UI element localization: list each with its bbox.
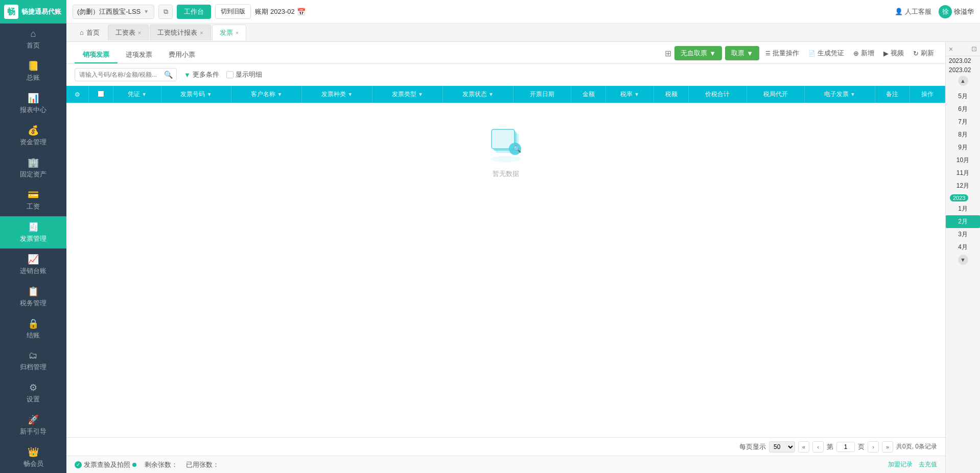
month-2022-5[interactable]: 5月 <box>946 90 980 103</box>
scroll-up-btn[interactable]: ▲ <box>958 76 968 86</box>
sidebar-item-guide[interactable]: 🚀 新手引导 <box>0 409 66 441</box>
month-2022-11[interactable]: 11月 <box>946 167 980 179</box>
month-2023-4[interactable]: 4月 <box>946 241 980 254</box>
sidebar-item-member[interactable]: 👑 畅会员 <box>0 441 66 473</box>
sidebar-item-close[interactable]: 🔒 结账 <box>0 313 66 345</box>
sidebar-item-tax[interactable]: 📋 税务管理 <box>0 281 66 313</box>
col-invoice-status[interactable]: 发票状态 ▼ <box>442 86 513 103</box>
col-remark[interactable]: 备注 <box>875 86 910 103</box>
gen-voucher-button[interactable]: 📄 生成凭证 <box>805 47 847 60</box>
tab-home[interactable]: ⌂ 首页 <box>73 25 107 40</box>
copy-company-btn[interactable]: ⧉ <box>158 5 173 19</box>
salary-report-tab-close[interactable]: × <box>200 30 203 36</box>
col-total[interactable]: 价税合计 <box>689 86 746 103</box>
salary-tab-close[interactable]: × <box>138 30 141 36</box>
month-2022-8[interactable]: 8月 <box>946 128 980 141</box>
sidebar-item-archive[interactable]: 🗂 归档管理 <box>0 345 66 377</box>
month-2023-2[interactable]: 2月 <box>946 215 980 228</box>
period-2023-02-first[interactable]: 2023.02 <box>946 56 980 65</box>
old-version-button[interactable]: 切到旧版 <box>215 4 251 19</box>
col-tax-rate[interactable]: 税率 ▼ <box>606 86 654 103</box>
invoice-tab-close[interactable]: × <box>236 30 239 36</box>
month-2022-7[interactable]: 7月 <box>946 116 980 128</box>
avatar: 徐 <box>939 5 952 18</box>
col-invoice-category[interactable]: 发票类型 ▼ <box>372 86 443 103</box>
last-page-btn[interactable]: » <box>882 441 893 453</box>
sidebar-item-label: 设置 <box>27 395 40 404</box>
col-customer[interactable]: 客户名称 ▼ <box>231 86 302 103</box>
month-2022-10[interactable]: 10月 <box>946 154 980 167</box>
topbar-right: 👤 人工客服 徐 徐溢华 <box>895 5 974 18</box>
grid-view-icon[interactable]: ⊞ <box>665 49 671 58</box>
col-check[interactable] <box>89 86 113 103</box>
join-record-link[interactable]: 加盟记录 <box>888 460 913 469</box>
select-all-checkbox[interactable] <box>98 91 104 97</box>
col-invoice-no[interactable]: 发票号码 ▼ <box>161 86 231 103</box>
company-selector[interactable]: (勿删）江西股宝-LSS ▼ <box>73 5 154 19</box>
search-input[interactable] <box>75 68 177 81</box>
col-invoice-type[interactable]: 发票种类 ▼ <box>302 86 372 103</box>
sidebar-item-sales[interactable]: 📈 进销台账 <box>0 249 66 281</box>
page-input[interactable] <box>836 442 855 452</box>
sub-tab-purchase[interactable]: 进项发票 <box>118 47 160 63</box>
show-detail-checkbox[interactable]: 显示明细 <box>226 70 262 79</box>
scroll-down-btn[interactable]: ▼ <box>958 255 968 265</box>
sidebar-item-reports[interactable]: 📊 报表中心 <box>0 87 66 120</box>
no-ticket-button[interactable]: 无血取票 ▼ <box>674 46 722 60</box>
user-info[interactable]: 徐 徐溢华 <box>939 5 974 18</box>
recharge-link[interactable]: 去充值 <box>919 460 937 469</box>
workbench-button[interactable]: 工作台 <box>177 5 211 19</box>
sidebar-item-funds[interactable]: 💰 资金管理 <box>0 120 66 152</box>
batch-ops-button[interactable]: ☰ 批量操作 <box>762 47 802 60</box>
prev-page-btn[interactable]: ‹ <box>812 441 824 453</box>
sidebar-item-home[interactable]: ⌂ 首页 <box>0 24 66 55</box>
tab-invoice[interactable]: 发票 × <box>212 25 246 40</box>
col-amount[interactable]: 金额 <box>571 86 606 103</box>
sidebar-item-salary[interactable]: 💳 工资 <box>0 184 66 216</box>
page-size-select[interactable]: 50 100 200 <box>769 441 795 453</box>
sidebar-item-label: 发票管理 <box>20 234 46 243</box>
date-list: 2023.02 2023.02 ▲ 5月 6月 7月 8月 9月 10月 11月… <box>946 56 980 473</box>
svg-point-0 <box>491 156 521 162</box>
col-settings[interactable]: ⚙ <box>66 86 89 103</box>
close-panel-btn[interactable]: × <box>949 46 953 53</box>
sidebar-item-assets[interactable]: 🏢 固定资产 <box>0 152 66 184</box>
next-page-btn[interactable]: › <box>868 441 879 453</box>
search-icon[interactable]: 🔍 <box>164 71 173 79</box>
sidebar-item-label: 资金管理 <box>20 138 46 147</box>
tab-salary-report[interactable]: 工资统计报表 × <box>150 25 211 40</box>
ticket-dropdown-arrow[interactable]: ▼ <box>746 50 753 57</box>
page-label: 第 <box>827 442 833 452</box>
month-2022-6[interactable]: 6月 <box>946 103 980 116</box>
sidebar-item-general-ledger[interactable]: 📒 总账 <box>0 55 66 87</box>
first-page-btn[interactable]: « <box>798 441 809 453</box>
filter-button[interactable]: ▼ 更多条件 <box>181 68 222 81</box>
col-tax[interactable]: 税额 <box>654 86 689 103</box>
col-action[interactable]: 操作 <box>910 86 945 103</box>
period-2023-02-second[interactable]: 2023.02 <box>946 65 980 75</box>
sub-tab-sales[interactable]: 销项发票 <box>75 47 118 63</box>
service-button[interactable]: 👤 人工客服 <box>895 7 931 16</box>
col-open-date[interactable]: 开票日期 <box>513 86 571 103</box>
sidebar-item-invoice[interactable]: 🧾 发票管理 <box>0 216 66 249</box>
period-calendar-icon[interactable]: 📅 <box>297 8 306 16</box>
tab-salary[interactable]: 工资表 × <box>108 25 149 40</box>
month-2023-3[interactable]: 3月 <box>946 228 980 241</box>
sub-tab-expense[interactable]: 费用小票 <box>160 47 203 63</box>
col-tax-code[interactable]: 税局代开 <box>746 86 804 103</box>
col-e-invoice[interactable]: 电子发票 ▼ <box>804 86 875 103</box>
month-2023-1[interactable]: 1月 <box>946 202 980 215</box>
ticket-button[interactable]: 取票 ▼ <box>725 46 759 60</box>
period-info: 账期 2023-02 📅 <box>255 7 306 16</box>
sidebar-item-settings[interactable]: ⚙ 设置 <box>0 377 66 409</box>
new-button[interactable]: ⊕ 新增 <box>850 47 877 60</box>
video-button[interactable]: ▶ 视频 <box>880 47 907 60</box>
col-voucher[interactable]: 凭证 ▼ <box>113 86 161 103</box>
month-2022-9[interactable]: 9月 <box>946 141 980 154</box>
sidebar-item-label: 归档管理 <box>20 363 46 372</box>
expand-panel-btn[interactable]: ⊡ <box>971 45 977 53</box>
detail-checkbox-box[interactable] <box>226 71 234 78</box>
no-ticket-dropdown-arrow[interactable]: ▼ <box>709 50 716 57</box>
refresh-button[interactable]: ↻ 刷新 <box>910 47 937 60</box>
month-2022-12[interactable]: 12月 <box>946 179 980 192</box>
